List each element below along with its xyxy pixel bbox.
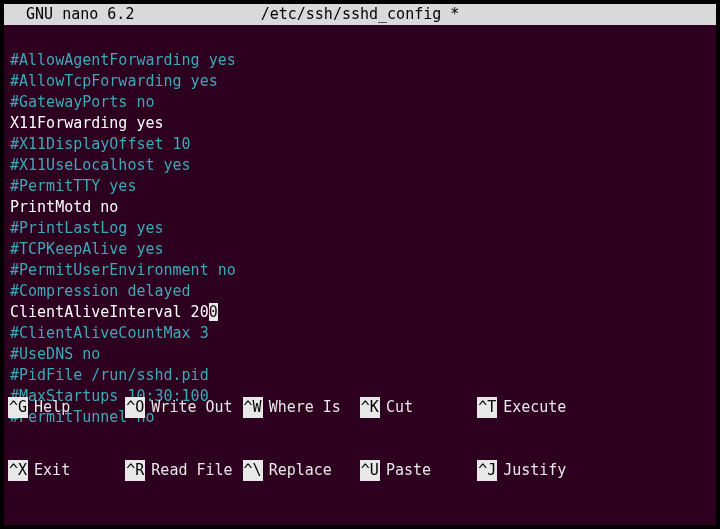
shortcut-label: Where Is	[269, 397, 341, 418]
shortcut-cell[interactable]: ^TExecute	[477, 397, 594, 418]
editor-line[interactable]: ClientAliveInterval 200	[10, 302, 710, 323]
editor-line[interactable]: #PrintLastLog yes	[10, 218, 710, 239]
shortcut-key: ^U	[360, 460, 380, 481]
shortcut-key: ^T	[477, 397, 497, 418]
shortcut-key: ^W	[243, 397, 263, 418]
shortcut-key: ^X	[8, 460, 28, 481]
shortcut-label: Write Out	[151, 397, 232, 418]
shortcut-label: Justify	[503, 460, 566, 481]
cursor: 0	[209, 303, 218, 321]
shortcut-bar: ^GHelp^OWrite Out^WWhere Is^KCut^TExecut…	[8, 355, 712, 523]
editor-line[interactable]: #PermitUserEnvironment no	[10, 260, 710, 281]
editor-line[interactable]: #X11DisplayOffset 10	[10, 134, 710, 155]
shortcut-label: Replace	[269, 460, 332, 481]
editor-line[interactable]: #PermitTTY yes	[10, 176, 710, 197]
shortcut-label: Read File	[151, 460, 232, 481]
shortcut-cell[interactable]: ^XExit	[8, 460, 125, 481]
shortcut-key: ^\	[243, 460, 263, 481]
editor-line[interactable]: X11Forwarding yes	[10, 113, 710, 134]
shortcut-cell[interactable]: ^GHelp	[8, 397, 125, 418]
shortcut-cell[interactable]: ^WWhere Is	[243, 397, 360, 418]
editor-line[interactable]: #TCPKeepAlive yes	[10, 239, 710, 260]
shortcut-label: Execute	[503, 397, 566, 418]
shortcut-row-1: ^GHelp^OWrite Out^WWhere Is^KCut^TExecut…	[8, 397, 712, 418]
shortcut-cell[interactable]: ^JJustify	[477, 460, 594, 481]
shortcut-cell[interactable]: ^RRead File	[125, 460, 242, 481]
shortcut-row-2: ^XExit^RRead File^\Replace^UPaste^JJusti…	[8, 460, 712, 481]
shortcut-key: ^R	[125, 460, 145, 481]
editor-line[interactable]: #ClientAliveCountMax 3	[10, 323, 710, 344]
shortcut-cell[interactable]: ^KCut	[360, 397, 477, 418]
editor-line[interactable]: PrintMotd no	[10, 197, 710, 218]
shortcut-key: ^J	[477, 460, 497, 481]
editor-line[interactable]: #Compression delayed	[10, 281, 710, 302]
editor-line[interactable]: #AllowTcpForwarding yes	[10, 71, 710, 92]
shortcut-label: Cut	[386, 397, 413, 418]
shortcut-key: ^G	[8, 397, 28, 418]
editor-line[interactable]: #GatewayPorts no	[10, 92, 710, 113]
file-path: /etc/ssh/sshd_config *	[134, 4, 585, 25]
shortcut-key: ^O	[125, 397, 145, 418]
nano-window: GNU nano 6.2 /etc/ssh/sshd_config * #All…	[0, 0, 720, 529]
title-spacer	[586, 4, 712, 25]
shortcut-label: Help	[34, 397, 70, 418]
blank-line	[10, 29, 710, 50]
shortcut-cell[interactable]: ^OWrite Out	[125, 397, 242, 418]
shortcut-cell[interactable]: ^UPaste	[360, 460, 477, 481]
editor-line[interactable]: #X11UseLocalhost yes	[10, 155, 710, 176]
title-bar: GNU nano 6.2 /etc/ssh/sshd_config *	[4, 4, 716, 25]
app-version: GNU nano 6.2	[8, 4, 134, 25]
editor-line[interactable]: #AllowAgentForwarding yes	[10, 50, 710, 71]
shortcut-key: ^K	[360, 397, 380, 418]
shortcut-label: Exit	[34, 460, 70, 481]
shortcut-label: Paste	[386, 460, 431, 481]
shortcut-cell[interactable]: ^\Replace	[243, 460, 360, 481]
